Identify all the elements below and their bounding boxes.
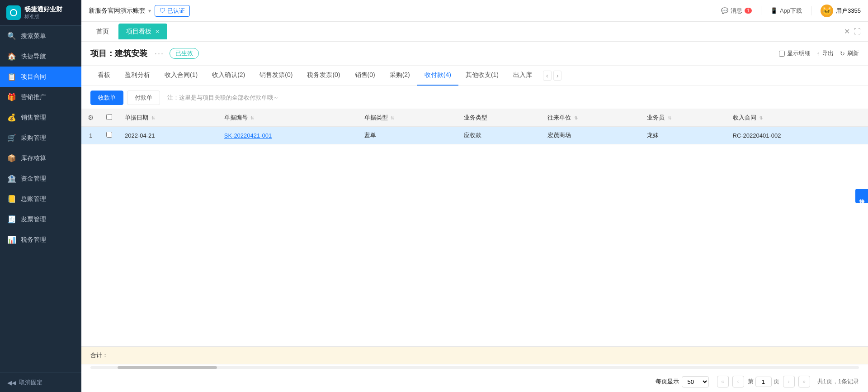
sidebar-item-project[interactable]: 📋 项目合同 (0, 67, 81, 87)
row-partner: 宏茂商场 (541, 127, 641, 144)
close-icon[interactable]: ✕ (155, 29, 160, 35)
select-all-checkbox[interactable] (106, 114, 112, 120)
unpin-label: 取消固定 (19, 378, 42, 387)
page-size-select[interactable]: 50 100 200 (682, 376, 709, 387)
th-partner[interactable]: 往来单位 ⇅ (541, 109, 641, 127)
message-label: 消息 (731, 7, 742, 15)
sidebar-item-search[interactable]: 🔍 搜索菜单 (0, 26, 81, 46)
data-table: ⚙ 单据日期 ⇅ 单据编号 ⇅ 单据类型 ⇅ (81, 109, 868, 144)
th-income-contract[interactable]: 收入合同 ⇅ (726, 109, 868, 127)
prev-page-button[interactable]: ‹ (732, 376, 744, 387)
sub-tab-income-confirm[interactable]: 收入确认(2) (205, 66, 252, 86)
row-income-contract: RC-20220401-002 (726, 127, 868, 144)
sub-tab-next-arrow[interactable]: › (553, 71, 562, 81)
marketing-icon: 🎁 (7, 93, 16, 101)
chevron-down-icon: ▾ (148, 8, 151, 14)
sidebar-header: 畅捷通好业财 标准版 (0, 0, 81, 26)
export-button[interactable]: ↑ 导出 (817, 49, 834, 57)
row-number-link[interactable]: SK-20220421-001 (224, 132, 272, 139)
user-menu[interactable]: 🐱 用户3355 (821, 5, 861, 17)
horizontal-scrollbar[interactable] (90, 366, 859, 369)
app-title: 畅捷通好业财 (24, 5, 62, 13)
certified-label: 已认证 (167, 7, 185, 15)
sub-tab-arrows: ‹ › (543, 71, 561, 81)
message-button[interactable]: 💬 消息 1 (721, 7, 752, 15)
first-page-button[interactable]: « (717, 376, 729, 387)
sidebar-item-sales[interactable]: 💰 销售管理 (0, 107, 81, 128)
sidebar-item-label: 采购管理 (21, 134, 46, 142)
sidebar-item-ledger[interactable]: 📒 总账管理 (0, 189, 81, 209)
sub-tab-profit[interactable]: 盈利分析 (118, 66, 157, 86)
sub-tab-payment[interactable]: 收付款(4) (417, 66, 458, 86)
row-checkbox (100, 127, 118, 144)
app-download-button[interactable]: 📱 App下载 (770, 7, 802, 15)
sidebar-item-inventory[interactable]: 📦 库存核算 (0, 148, 81, 168)
page-num-input[interactable] (755, 377, 772, 387)
scrollbar-row (81, 364, 868, 371)
sidebar-item-label: 库存核算 (21, 154, 46, 163)
tab-home[interactable]: 首页 (89, 24, 117, 39)
app-edition: 标准版 (24, 13, 62, 20)
tab-project-board[interactable]: 项目看板 ✕ (118, 24, 167, 39)
sub-tab-income-contract[interactable]: 收入合同(1) (157, 66, 205, 86)
sidebar-item-purchase[interactable]: 🛒 采购管理 (0, 128, 81, 148)
sub-tab-kanban[interactable]: 看板 (90, 66, 118, 86)
phone-icon: 📱 (770, 7, 778, 14)
next-page-button[interactable]: › (783, 376, 795, 387)
maximize-window-button[interactable]: ⛶ (854, 28, 861, 36)
sidebar-item-label: 总账管理 (21, 195, 46, 203)
th-type[interactable]: 单据类型 ⇅ (358, 109, 458, 127)
show-detail-input[interactable] (779, 51, 785, 57)
right-panel-label: 快速录入 (858, 194, 866, 198)
tab-home-label: 首页 (96, 28, 109, 35)
row-select-checkbox[interactable] (106, 132, 112, 138)
scrollbar-thumb[interactable] (118, 366, 217, 369)
sidebar-item-label: 资金管理 (21, 175, 46, 183)
sub-tab-purchase[interactable]: 采购(2) (382, 66, 417, 86)
mini-tab-pay[interactable]: 付款单 (127, 91, 160, 105)
divider (761, 6, 761, 15)
sidebar-scroll: 🔍 搜索菜单 🏠 快捷导航 📋 项目合同 🎁 营销推广 💰 销售管理 🛒 采购管… (0, 26, 81, 373)
mini-tab-note: 注：这里是与项目关联的全部收付款单哦～ (167, 94, 279, 102)
export-icon: ↑ (817, 50, 820, 57)
sub-tab-other-income[interactable]: 其他收支(1) (458, 66, 506, 86)
th-gear[interactable]: ⚙ (81, 109, 100, 127)
sub-tab-storage[interactable]: 出入库 (506, 66, 539, 86)
message-badge: 1 (745, 8, 752, 14)
account-selector[interactable]: 新服务官网演示账套 ▾ (89, 7, 151, 15)
page-suffix: 页 (774, 378, 779, 386)
th-salesperson[interactable]: 业务员 ⇅ (641, 109, 726, 127)
sub-tab-prev-arrow[interactable]: ‹ (543, 71, 552, 81)
per-page-label: 每页显示 (656, 378, 679, 386)
mini-tab-receive[interactable]: 收款单 (90, 91, 123, 105)
sub-tab-sales-invoice[interactable]: 销售发票(0) (252, 66, 300, 86)
sidebar-item-shortcut[interactable]: 🏠 快捷导航 (0, 46, 81, 67)
show-detail-checkbox[interactable]: 显示明细 (779, 49, 811, 57)
table-footer: 合计： (81, 346, 868, 364)
right-panel-button[interactable]: 快速录入 (855, 189, 868, 203)
page-title: 项目：建筑安装 (90, 48, 147, 59)
mini-tab-bar: 收款单 付款单 注：这里是与项目关联的全部收付款单哦～ (81, 86, 868, 109)
window-controls: ✕ ⛶ (844, 27, 861, 36)
more-button[interactable]: ··· (155, 49, 164, 58)
th-number[interactable]: 单据编号 ⇅ (218, 109, 358, 127)
home-icon: 🏠 (7, 52, 16, 61)
per-page-selector: 每页显示 50 100 200 (656, 376, 709, 387)
row-number: SK-20220421-001 (218, 127, 358, 144)
mini-tab-receive-label: 收款单 (98, 94, 116, 101)
sub-tab-sales[interactable]: 销售(0) (348, 66, 382, 86)
last-page-button[interactable]: » (798, 376, 810, 387)
project-icon: 📋 (7, 72, 16, 81)
refresh-button[interactable]: ↻ 刷新 (840, 49, 859, 57)
sidebar-item-tax[interactable]: 📊 税务管理 (0, 229, 81, 250)
sort-icon: ⇅ (759, 115, 763, 120)
gear-icon[interactable]: ⚙ (88, 114, 94, 121)
th-date[interactable]: 单据日期 ⇅ (118, 109, 218, 127)
sort-icon: ⇅ (668, 115, 671, 120)
unpin-button[interactable]: ◀◀ 取消固定 (0, 373, 81, 392)
sidebar-item-marketing[interactable]: 🎁 营销推广 (0, 87, 81, 107)
sidebar-item-finance[interactable]: 🏦 资金管理 (0, 168, 81, 189)
sidebar-item-invoice[interactable]: 🧾 发票管理 (0, 209, 81, 229)
close-window-button[interactable]: ✕ (844, 27, 850, 36)
sub-tab-tax-invoice[interactable]: 税务发票(0) (300, 66, 347, 86)
